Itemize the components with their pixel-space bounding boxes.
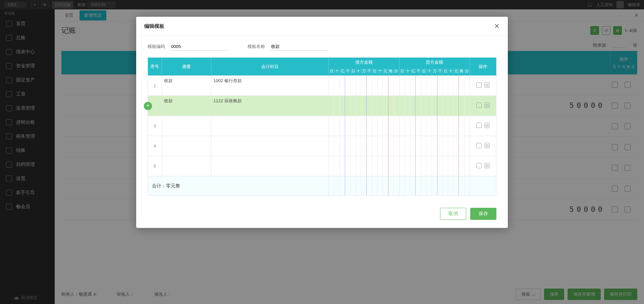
modal-overlay: 编辑模板 ✕ 模板编码 模板名称 序号 摘要 会计科目 xyxy=(0,0,644,9)
